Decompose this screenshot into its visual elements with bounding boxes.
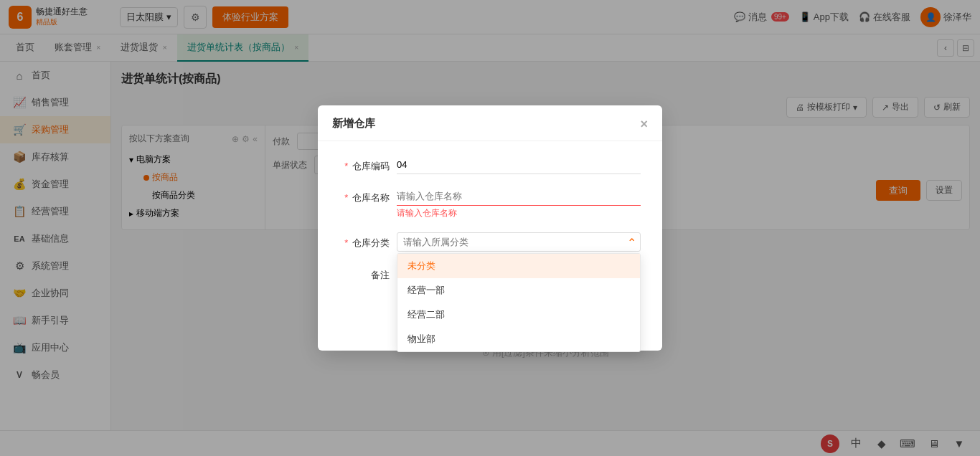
dialog-body: * 仓库编码 * 仓库名称 请输入仓库名称 [318, 141, 662, 303]
form-row-name: * 仓库名称 请输入仓库名称 [339, 187, 641, 219]
category-dropdown-list: 未分类 经营一部 经营二部 物业部 [397, 253, 641, 352]
code-label: * 仓库编码 [339, 156, 397, 173]
category-label: * 仓库分类 [339, 232, 397, 250]
modal-overlay: 新增仓库 × * 仓库编码 * 仓库名称 [0, 0, 980, 456]
add-warehouse-dialog: 新增仓库 × * 仓库编码 * 仓库名称 [318, 105, 662, 351]
form-row-category: * 仓库分类 ⌃ 未分类 经营一部 经营二部 物业部 [339, 232, 641, 252]
dropdown-item-dept1[interactable]: 经营一部 [397, 278, 640, 303]
name-input[interactable] [397, 187, 641, 206]
dialog-header: 新增仓库 × [318, 105, 662, 141]
name-field: 请输入仓库名称 [397, 187, 641, 219]
category-field: ⌃ 未分类 经营一部 经营二部 物业部 [397, 232, 641, 252]
form-row-code: * 仓库编码 [339, 156, 641, 174]
dropdown-item-dept2[interactable]: 经营二部 [397, 303, 640, 327]
category-input[interactable] [397, 232, 641, 252]
code-input[interactable] [397, 156, 641, 174]
name-label: * 仓库名称 [339, 187, 397, 204]
notes-label: 备注 [339, 265, 397, 282]
name-error-msg: 请输入仓库名称 [397, 207, 641, 219]
dialog-close-button[interactable]: × [640, 118, 648, 130]
dropdown-item-dept3[interactable]: 物业部 [397, 327, 640, 351]
code-field [397, 156, 641, 174]
dialog-title: 新增仓库 [332, 117, 375, 130]
dropdown-item-uncategorized[interactable]: 未分类 [397, 254, 640, 278]
